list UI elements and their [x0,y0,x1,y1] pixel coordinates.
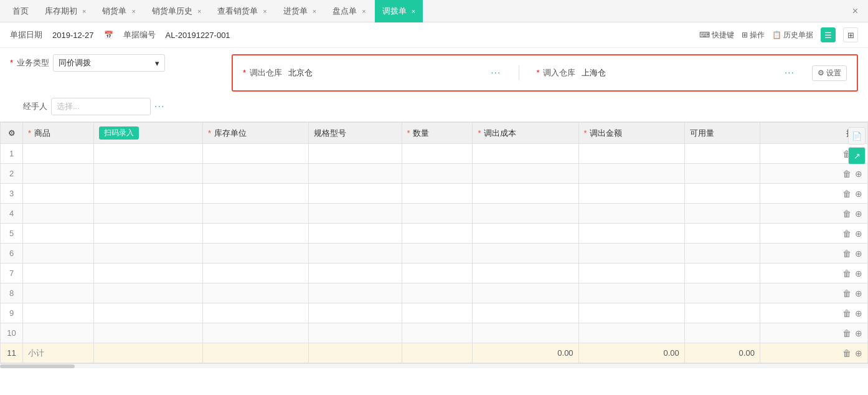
delete-icon[interactable]: 🗑 [842,169,851,179]
op-cell: 🗑 ⊕ [760,184,867,204]
tab-close-view-sales[interactable]: × [263,7,267,15]
product-cell[interactable] [23,144,94,164]
sidebar-export-btn[interactable]: ↗ [848,147,866,164]
tab-bar-close-btn[interactable]: × [847,3,863,19]
qty-cell [402,204,473,224]
tab-sales[interactable]: 销货单 × [95,0,143,22]
available-cell [684,204,760,224]
tab-transfer[interactable]: 调拨单 × [375,0,423,22]
unit-cell [203,224,309,244]
col-qty: * 数量 [402,123,473,144]
copy-icon[interactable]: ⊕ [855,229,862,239]
tab-bar: 首页 库存期初 × 销货单 × 销货单历史 × 查看销货单 × 进货单 × 盘点… [0,0,868,22]
tab-sales-history[interactable]: 销货单历史 × [144,0,209,22]
delete-icon[interactable]: 🗑 [842,328,851,338]
copy-icon[interactable]: ⊕ [855,249,862,259]
qty-cell [402,283,473,303]
business-type-select[interactable]: 同价调拨 ▾ [53,54,165,72]
tab-close-purchase[interactable]: × [313,7,316,15]
tab-view-sales[interactable]: 查看销货单 × [210,0,274,22]
product-cell[interactable] [23,184,94,204]
history-btn[interactable]: 📋 历史单据 [772,30,813,40]
tab-purchase[interactable]: 进货单 × [276,0,324,22]
available-cell [684,224,760,244]
product-cell[interactable] [23,264,94,283]
table-row: 8 🗑 ⊕ [1,283,868,303]
delete-icon[interactable]: 🗑 [842,249,851,259]
layout-grid-btn[interactable]: ⊞ [843,27,858,42]
spec-cell [309,283,402,303]
tab-close-inventory[interactable]: × [362,7,366,15]
table-row: 1 🗑 ⊕ [1,144,868,164]
tab-close-transfer[interactable]: × [412,7,415,15]
out-warehouse-dots[interactable]: ··· [491,67,501,79]
col-available: 可用量 [684,123,760,144]
available-cell [684,164,760,184]
product-cell[interactable] [23,283,94,303]
delete-icon[interactable]: 🗑 [842,269,851,278]
spec-cell [309,303,402,323]
calendar-icon[interactable]: 📅 [104,31,113,39]
tab-stock-init[interactable]: 库存期初 × [37,0,93,22]
spec-cell [309,184,402,204]
scan-btn[interactable]: 扫码录入 [99,126,139,140]
table-row: 11 小计 0.00 0.00 0.00 🗑 ⊕ [1,343,868,363]
product-cell[interactable] [23,164,94,184]
row-num: 5 [1,224,23,244]
operator-select[interactable]: 选择... [51,98,151,115]
delete-icon[interactable]: 🗑 [842,288,851,298]
operations-btn[interactable]: ⊞ 操作 [742,30,765,40]
spec-cell [309,264,402,283]
row-num: 4 [1,204,23,224]
chevron-down-icon: ▾ [155,59,159,68]
col-product: * 商品 [23,123,94,144]
copy-icon[interactable]: ⊕ [855,209,862,219]
operator-dots[interactable]: ··· [154,101,164,112]
op-cell: 🗑 ⊕ [760,323,867,343]
scrollbar[interactable] [0,363,868,368]
copy-icon[interactable]: ⊕ [855,328,862,338]
table-row: 10 🗑 ⊕ [1,323,868,343]
copy-icon[interactable]: ⊕ [855,308,862,318]
main-table: ⚙ * 商品 扫码录入 * 库存单位 规格型号 * 数量 * [0,121,868,363]
scan-cell [93,244,202,264]
doc-value: AL-20191227-001 [166,31,230,40]
product-cell[interactable] [23,244,94,264]
product-cell[interactable] [23,303,94,323]
delete-icon[interactable]: 🗑 [842,308,851,318]
copy-icon[interactable]: ⊕ [855,348,862,358]
copy-icon[interactable]: ⊕ [855,189,862,199]
tab-inventory[interactable]: 盘点单 × [325,0,373,22]
delete-icon[interactable]: 🗑 [842,209,851,219]
shortcuts-icon: ⌨ [699,31,710,39]
spec-cell [309,244,402,264]
row-num: 9 [1,303,23,323]
copy-icon[interactable]: ⊕ [855,269,862,278]
in-warehouse-dots[interactable]: ··· [785,67,795,79]
shortcuts-btn[interactable]: ⌨ 快捷键 [699,30,734,40]
copy-icon[interactable]: ⊕ [855,169,862,179]
row-num: 11 [1,343,23,363]
scrollbar-thumb[interactable] [0,364,75,368]
available-cell [684,184,760,204]
copy-icon[interactable]: ⊕ [855,288,862,298]
product-cell[interactable] [23,224,94,244]
delete-icon[interactable]: 🗑 [842,189,851,199]
unit-cell [203,323,309,343]
tab-close-sales[interactable]: × [131,7,135,15]
tab-home[interactable]: 首页 [5,0,36,22]
tab-close-stock-init[interactable]: × [82,7,86,15]
business-type-label: * 业务类型 [10,57,49,69]
product-cell[interactable] [23,323,94,343]
qty-cell [402,164,473,184]
table-row: 5 🗑 ⊕ [1,224,868,244]
setting-button[interactable]: ⚙ 设置 [812,65,847,81]
sidebar-doc-btn[interactable]: 📄 [848,127,866,145]
delete-icon[interactable]: 🗑 [842,348,851,358]
tab-close-sales-history[interactable]: × [197,7,201,15]
col-gear[interactable]: ⚙ [1,123,23,144]
product-cell[interactable] [23,204,94,224]
layout-list-btn[interactable]: ☰ [821,27,836,42]
available-cell [684,303,760,323]
delete-icon[interactable]: 🗑 [842,229,851,239]
